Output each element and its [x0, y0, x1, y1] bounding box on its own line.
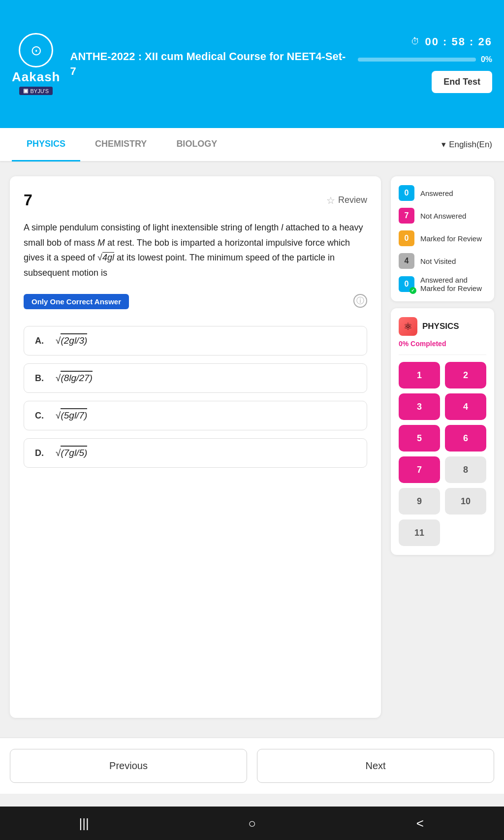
logo-area: ⊙ Aakash ▣ BYJU'S	[12, 33, 61, 95]
legend-card: 0 Answered 7 Not Answered 0 Marked for R…	[391, 176, 494, 301]
option-d[interactable]: D. √(7gl/5)	[24, 438, 367, 468]
option-b-formula: √(8lg/27)	[56, 373, 93, 384]
star-icon: ☆	[326, 194, 335, 206]
question-num-11[interactable]: 11	[399, 519, 440, 546]
question-num-7[interactable]: 7	[399, 456, 440, 483]
subject-icon: ⚛	[399, 317, 417, 336]
bottom-nav-bar: ||| ○ <	[0, 807, 504, 840]
not-answered-badge: 7	[399, 208, 414, 224]
not-visited-badge: 4	[399, 253, 414, 269]
question-number: 7	[24, 191, 32, 209]
question-num-1[interactable]: 1	[399, 362, 440, 388]
home-icon[interactable]: ○	[240, 811, 264, 836]
option-c[interactable]: C. √(5gl/7)	[24, 401, 367, 430]
legend-answered-marked: 0 Answered and Marked for Review	[399, 276, 486, 292]
next-button[interactable]: Next	[257, 749, 494, 783]
option-b[interactable]: B. √(8lg/27)	[24, 363, 367, 393]
tab-physics[interactable]: PHYSICS	[12, 128, 80, 162]
tabs-bar: PHYSICS CHEMISTRY BIOLOGY ▾ English(En)	[0, 128, 504, 162]
info-icon[interactable]: ⓘ	[353, 294, 367, 308]
header: ⊙ Aakash ▣ BYJU'S ANTHE-2022 : XII cum M…	[0, 0, 504, 128]
previous-button[interactable]: Previous	[10, 749, 247, 783]
byju-text: BYJU'S	[30, 88, 49, 94]
tab-biology[interactable]: BIOLOGY	[161, 128, 232, 162]
aakash-brand-text: Aakash	[12, 69, 61, 85]
tab-chemistry[interactable]: CHEMISTRY	[80, 128, 161, 162]
progress-bar-bg	[358, 58, 476, 62]
number-grid: 1234567891011	[399, 362, 486, 546]
right-panel: 0 Answered 7 Not Answered 0 Marked for R…	[391, 176, 494, 555]
answered-marked-label: Answered and Marked for Review	[420, 276, 486, 292]
review-button[interactable]: ☆ Review	[326, 194, 367, 206]
progress-row: 0%	[358, 55, 492, 64]
chevron-down-icon: ▾	[441, 139, 446, 150]
language-dropdown[interactable]: ▾ English(En)	[441, 139, 492, 150]
question-text: A simple pendulum consisting of light in…	[24, 220, 367, 280]
byju-badge: ▣ BYJU'S	[19, 87, 53, 95]
marked-review-badge: 0	[399, 230, 414, 246]
answer-type-row: Only One Correct Answer ⓘ	[24, 294, 367, 321]
timer-icon: ⏱	[411, 36, 420, 47]
subject-header: ⚛ PHYSICS	[399, 317, 486, 336]
main-content: 7 ☆ Review A simple pendulum consisting …	[0, 162, 504, 733]
legend-not-answered: 7 Not Answered	[399, 208, 486, 224]
logo-circle: ⊙	[19, 33, 53, 67]
question-num-3[interactable]: 3	[399, 393, 440, 420]
aakash-logo-icon: ⊙	[31, 42, 42, 59]
answered-badge: 0	[399, 185, 414, 201]
question-num-6[interactable]: 6	[445, 425, 486, 452]
header-right: ⏱ 00 : 58 : 26 0% End Test	[358, 35, 492, 93]
question-panel: 7 ☆ Review A simple pendulum consisting …	[10, 176, 381, 718]
test-title: ANTHE-2022 : XII cum Medical Course for …	[70, 49, 348, 78]
legend-marked-review: 0 Marked for Review	[399, 230, 486, 246]
option-d-formula: √(7gl/5)	[56, 448, 87, 458]
answered-marked-badge: 0	[399, 276, 414, 292]
not-answered-label: Not Answered	[420, 212, 466, 220]
subject-card: ⚛ PHYSICS 0% Completed 1234567891011	[391, 308, 494, 555]
byju-b-icon: ▣	[23, 88, 28, 94]
question-num-2[interactable]: 2	[445, 362, 486, 388]
legend-not-visited: 4 Not Visited	[399, 253, 486, 269]
divider	[399, 355, 486, 355]
language-label: English(En)	[449, 140, 492, 150]
end-test-button[interactable]: End Test	[432, 71, 492, 93]
option-b-label: B.	[35, 373, 48, 384]
legend-answered: 0 Answered	[399, 185, 486, 201]
progress-percentage: 0%	[481, 55, 492, 64]
subject-name: PHYSICS	[422, 322, 459, 331]
question-num-4[interactable]: 4	[445, 393, 486, 420]
question-num-8[interactable]: 8	[445, 456, 486, 483]
marked-review-label: Marked for Review	[420, 234, 482, 243]
question-num-10[interactable]: 10	[445, 488, 486, 515]
answered-label: Answered	[420, 189, 453, 197]
option-a-label: A.	[35, 336, 48, 346]
timer-display: 00 : 58 : 26	[425, 35, 492, 48]
option-d-label: D.	[35, 448, 48, 458]
nav-buttons: Previous Next	[0, 738, 504, 794]
option-a[interactable]: A. √(2gl/3)	[24, 326, 367, 355]
question-num-5[interactable]: 5	[399, 425, 440, 452]
not-visited-label: Not Visited	[420, 257, 456, 265]
answer-type-badge: Only One Correct Answer	[24, 294, 129, 309]
option-a-formula: √(2gl/3)	[56, 335, 87, 346]
options-list: A. √(2gl/3) B. √(8lg/27) C. √(5gl/7) D.	[24, 326, 367, 468]
review-label: Review	[338, 195, 367, 205]
question-num-9[interactable]: 9	[399, 488, 440, 515]
recent-apps-icon[interactable]: |||	[72, 811, 96, 836]
option-c-formula: √(5gl/7)	[56, 410, 87, 421]
completed-percentage: 0% Completed	[399, 340, 486, 348]
question-header: 7 ☆ Review	[24, 191, 367, 209]
timer-row: ⏱ 00 : 58 : 26	[411, 35, 492, 48]
back-icon[interactable]: <	[408, 811, 432, 836]
option-c-label: C.	[35, 411, 48, 421]
